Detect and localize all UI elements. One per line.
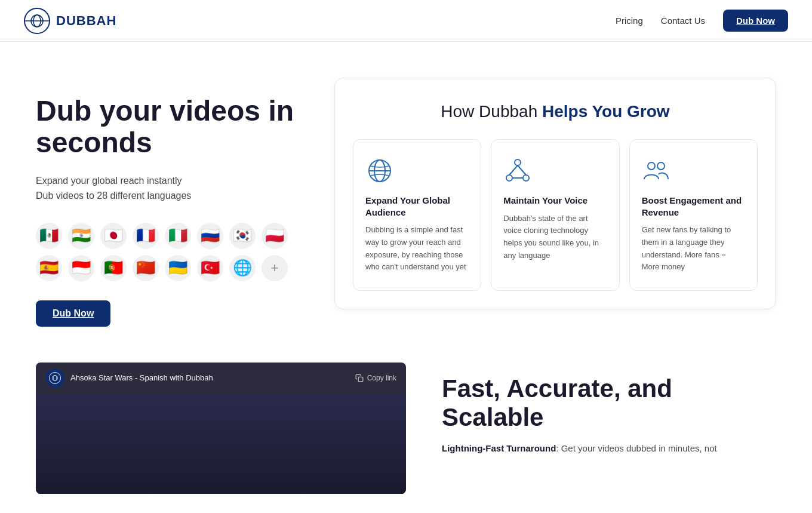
video-info: Ahsoka Star Wars - Spanish with Dubbah (45, 368, 213, 388)
svg-point-14 (657, 162, 665, 170)
features-grid: Expand Your Global Audience Dubbing is a… (353, 139, 758, 291)
feature-boost-engagement: Boost Engagement and Revenue Get new fan… (629, 139, 758, 291)
svg-point-13 (648, 162, 655, 170)
hero-title: Dub your videos in seconds (36, 96, 310, 159)
flags-grid: 🇲🇽 🇮🇳 🇯🇵 🇫🇷 🇮🇹 🇷🇺 🇰🇷 🇵🇱 🇪🇸 🇮🇩 🇵🇹 🇨🇳 🇺🇦 🇹… (36, 223, 310, 281)
svg-line-11 (518, 165, 526, 175)
feature-maintain-voice: Maintain Your Voice Dubbah's state of th… (491, 139, 619, 291)
flag-russia: 🇷🇺 (197, 223, 223, 249)
flag-global: 🌐 (229, 255, 256, 281)
card-title-accent: Helps You Grow (542, 102, 670, 121)
feature3-desc: Get new fans by talking to them in a lan… (642, 224, 745, 274)
flag-japan: 🇯🇵 (100, 223, 127, 249)
hero-left: Dub your videos in seconds Expand your g… (36, 78, 310, 327)
flag-india: 🇮🇳 (68, 223, 94, 249)
feature2-desc: Dubbah's state of the art voice cloning … (503, 213, 607, 262)
feature3-title: Boost Engagement and Revenue (642, 195, 745, 218)
globe-icon (365, 156, 469, 185)
svg-point-9 (523, 175, 529, 181)
bottom-section: Ahsoka Star Wars - Spanish with Dubbah C… (0, 351, 812, 513)
flag-spain: 🇪🇸 (36, 255, 62, 281)
svg-line-10 (509, 165, 518, 175)
svg-point-17 (53, 375, 56, 380)
hero-subtitle: Expand your global reach instantly Dub v… (36, 173, 310, 204)
logo-icon (24, 8, 50, 34)
svg-rect-18 (358, 377, 363, 382)
flag-italy: 🇮🇹 (165, 223, 191, 249)
svg-point-7 (515, 159, 521, 165)
feature2-title: Maintain Your Voice (503, 195, 607, 207)
section-desc-bold: Lightning-Fast Turnaround (442, 443, 556, 453)
section-desc-rest: : Get your videos dubbed in minutes, not (556, 443, 716, 453)
flag-mexico: 🇲🇽 (36, 223, 62, 249)
svg-point-16 (52, 375, 57, 380)
hero-subtitle-line1: Expand your global reach instantly (36, 176, 182, 186)
flag-portugal: 🇵🇹 (100, 255, 127, 281)
feature1-desc: Dubbing is a simple and fast way to grow… (365, 224, 469, 274)
card-title-plain: How Dubbah (441, 102, 542, 121)
bottom-right-text: Fast, Accurate, and Scalable Lightning-F… (442, 363, 776, 456)
hero-subtitle-line2: Dub videos to 28 different languages (36, 191, 191, 201)
nav-pricing[interactable]: Pricing (616, 16, 643, 26)
svg-point-15 (49, 372, 60, 383)
hero-dub-now-button[interactable]: Dub Now (36, 300, 110, 327)
main-content: Dub your videos in seconds Expand your g… (0, 42, 812, 351)
video-topbar: Ahsoka Star Wars - Spanish with Dubbah C… (36, 363, 406, 394)
header-dub-now-button[interactable]: Dub Now (723, 10, 788, 32)
flag-ukraine: 🇺🇦 (165, 255, 191, 281)
logo-text: DUBBAH (56, 13, 116, 29)
flag-poland: 🇵🇱 (262, 223, 288, 249)
copy-link-text: Copy link (367, 374, 396, 382)
card-title: How Dubbah Helps You Grow (353, 102, 758, 121)
feature1-title: Expand Your Global Audience (365, 195, 469, 218)
video-area: Ahsoka Star Wars - Spanish with Dubbah C… (36, 363, 406, 494)
video-player[interactable]: Ahsoka Star Wars - Spanish with Dubbah C… (36, 363, 406, 494)
flag-indonesia: 🇮🇩 (68, 255, 94, 281)
nav-contact-us[interactable]: Contact Us (661, 16, 705, 26)
flag-korea: 🇰🇷 (229, 223, 256, 249)
video-title-text: Ahsoka Star Wars - Spanish with Dubbah (70, 373, 213, 382)
flag-turkey: 🇹🇷 (197, 255, 223, 281)
flag-more[interactable]: + (262, 255, 288, 281)
how-dubbah-card: How Dubbah Helps You Grow Expand Your Gl… (334, 78, 776, 309)
flag-china: 🇨🇳 (133, 255, 159, 281)
section-title: Fast, Accurate, and Scalable (442, 374, 776, 432)
flag-france: 🇫🇷 (133, 223, 159, 249)
section-desc: Lightning-Fast Turnaround: Get your vide… (442, 441, 776, 456)
header: DUBBAH Pricing Contact Us Dub Now (0, 0, 812, 42)
network-icon (503, 156, 607, 185)
svg-point-8 (506, 175, 512, 181)
logo-area: DUBBAH (24, 8, 116, 34)
video-copy-link[interactable]: Copy link (355, 374, 396, 382)
video-body (36, 394, 406, 494)
main-nav: Pricing Contact Us Dub Now (616, 10, 788, 32)
video-avatar (45, 368, 64, 388)
feature-global-audience: Expand Your Global Audience Dubbing is a… (353, 139, 481, 291)
users-icon (642, 156, 745, 185)
